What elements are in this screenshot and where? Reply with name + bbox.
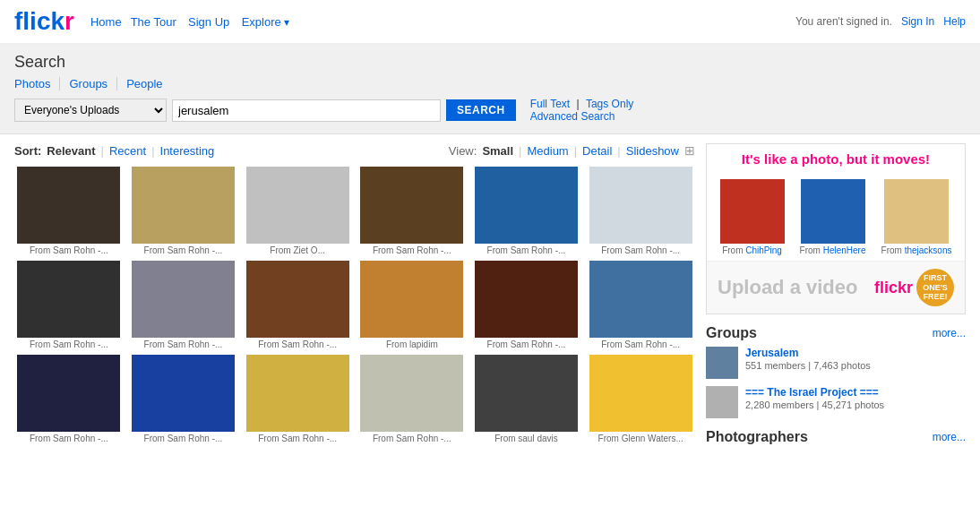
photo-caption-17: From saul davis	[494, 434, 558, 443]
sidebar: It's like a photo, but it moves! From Ch…	[706, 143, 966, 445]
search-input[interactable]	[172, 99, 441, 122]
group-thumb-1[interactable]	[706, 347, 738, 379]
promo-user-1-link[interactable]: ChihPing	[745, 245, 782, 255]
header-right: You aren't signed in. Sign In Help	[795, 15, 966, 28]
sort-view-bar: Sort: Relevant | Recent | Interesting Vi…	[14, 143, 695, 158]
groups-header: Groups more...	[706, 325, 966, 341]
logo[interactable]: flickr	[14, 7, 74, 36]
group-name-2[interactable]: === The Israel Project ===	[745, 386, 884, 399]
group-info-2: === The Israel Project === 2,280 members…	[745, 386, 884, 411]
photo-thumb-1[interactable]	[17, 167, 120, 244]
search-label: Search	[14, 53, 966, 72]
photographers-section: Photographers more...	[706, 429, 966, 445]
sort-relevant[interactable]: Relevant	[47, 144, 95, 158]
photo-thumb-2[interactable]	[132, 167, 235, 244]
photo-caption-5: From Sam Rohn -...	[487, 245, 566, 255]
photo-item-6: From Sam Rohn -...	[586, 167, 695, 255]
nav-tour[interactable]: The Tour	[131, 15, 176, 29]
photo-thumb-3[interactable]	[246, 167, 349, 244]
photo-item-10: From lapidim	[357, 261, 467, 349]
upload-logo-r: r	[907, 279, 913, 296]
photo-item-15: From Sam Rohn -...	[243, 355, 352, 443]
photo-item-18: From Glenn Waters...	[586, 355, 695, 443]
photo-thumb-15[interactable]	[246, 355, 349, 432]
photo-thumb-17[interactable]	[475, 355, 578, 432]
promo-thumb-img-1[interactable]	[720, 179, 785, 244]
group-name-1[interactable]: Jerusalem	[745, 347, 871, 359]
nav-home[interactable]: Home	[90, 15, 122, 29]
photo-caption-9: From Sam Rohn -...	[258, 339, 337, 349]
full-text-link[interactable]: Full Text	[530, 98, 570, 110]
photo-item-13: From Sam Rohn -...	[14, 355, 124, 443]
options-separator: |	[576, 98, 581, 110]
signed-out-text: You aren't signed in.	[795, 15, 892, 28]
search-scope-select[interactable]: Everyone's Uploads Your Contacts Your Fr…	[14, 99, 167, 122]
search-button[interactable]: SEARCH	[446, 99, 516, 121]
photo-caption-12: From Sam Rohn -...	[601, 339, 680, 349]
photo-item-12: From Sam Rohn -...	[586, 261, 695, 349]
photo-thumb-18[interactable]	[589, 355, 692, 432]
photographers-more-link[interactable]: more...	[933, 431, 966, 443]
photo-thumb-10[interactable]	[360, 261, 463, 338]
view-label: View:	[449, 144, 477, 158]
photo-caption-6: From Sam Rohn -...	[601, 245, 680, 255]
sort-interesting[interactable]: Interesting	[160, 144, 215, 158]
promo-thumb-img-2[interactable]	[801, 179, 865, 244]
photo-item-14: From Sam Rohn -...	[129, 355, 238, 443]
advanced-search-link[interactable]: Advanced Search	[530, 110, 615, 123]
photo-caption-7: From Sam Rohn -...	[30, 339, 108, 349]
groups-label: Groups	[706, 325, 757, 341]
view-medium[interactable]: Medium	[527, 144, 568, 158]
content-area: Sort: Relevant | Recent | Interesting Vi…	[14, 143, 695, 445]
view-detail[interactable]: Detail	[582, 144, 612, 158]
nav-signup[interactable]: Sign Up	[188, 15, 229, 29]
photo-thumb-14[interactable]	[132, 355, 235, 432]
tab-photos[interactable]: Photos	[14, 77, 60, 90]
photo-thumb-9[interactable]	[246, 261, 349, 338]
photo-item-2: From Sam Rohn -...	[129, 167, 238, 255]
promo-user-3-link[interactable]: thejacksons	[905, 245, 952, 255]
photo-item-5: From Sam Rohn -...	[472, 167, 581, 255]
photo-item-16: From Sam Rohn -...	[357, 355, 467, 443]
header-left: flickr Home The Tour Sign Up Explore ▾	[14, 7, 289, 36]
help-link[interactable]: Help	[943, 15, 966, 28]
group-item-1: Jerusalem 551 members | 7,463 photos	[706, 347, 966, 379]
first-free-badge: FIRSTONE'SFREE!	[916, 269, 954, 306]
promo-box: It's like a photo, but it moves! From Ch…	[706, 143, 966, 314]
photo-item-17: From saul davis	[472, 355, 581, 443]
nav-explore[interactable]: Explore	[242, 15, 281, 29]
promo-title: It's like a photo, but it moves!	[714, 151, 958, 167]
groups-more-link[interactable]: more...	[933, 327, 966, 339]
tab-groups[interactable]: Groups	[60, 77, 117, 90]
photo-thumb-12[interactable]	[589, 261, 692, 338]
logo-flick: flick	[14, 7, 64, 36]
photo-caption-1: From Sam Rohn -...	[30, 245, 108, 255]
photo-thumb-7[interactable]	[17, 261, 120, 338]
main-nav: Home The Tour Sign Up Explore ▾	[90, 15, 289, 29]
view-slideshow[interactable]: Slideshow	[626, 144, 679, 158]
photo-thumb-5[interactable]	[475, 167, 578, 244]
header: flickr Home The Tour Sign Up Explore ▾ Y…	[0, 0, 980, 44]
group-thumb-2[interactable]	[706, 386, 738, 418]
promo-user-2-link[interactable]: HelenHere	[823, 245, 866, 255]
logo-r: r	[64, 7, 74, 36]
promo-thumb-label-3: From thejacksons	[881, 245, 952, 255]
sort-recent[interactable]: Recent	[109, 144, 146, 158]
photo-thumb-11[interactable]	[475, 261, 578, 338]
upload-logo-flick: flick	[874, 279, 907, 296]
view-small[interactable]: Small	[482, 144, 513, 158]
search-row: Everyone's Uploads Your Contacts Your Fr…	[14, 98, 966, 123]
photo-caption-16: From Sam Rohn -...	[373, 434, 451, 443]
photo-thumb-13[interactable]	[17, 355, 120, 432]
tags-only-link[interactable]: Tags Only	[586, 98, 633, 110]
sign-in-link[interactable]: Sign In	[901, 15, 934, 28]
photo-thumb-8[interactable]	[132, 261, 235, 338]
photo-thumb-6[interactable]	[589, 167, 692, 244]
photo-thumb-16[interactable]	[360, 355, 463, 432]
promo-thumb-img-3[interactable]	[884, 179, 949, 244]
search-options: Full Text | Tags Only Advanced Search	[530, 98, 634, 123]
photo-thumb-4[interactable]	[360, 167, 463, 244]
photo-caption-13: From Sam Rohn -...	[30, 434, 108, 443]
tab-people[interactable]: People	[117, 77, 171, 90]
photo-grid: From Sam Rohn -...From Sam Rohn -...From…	[14, 167, 695, 443]
